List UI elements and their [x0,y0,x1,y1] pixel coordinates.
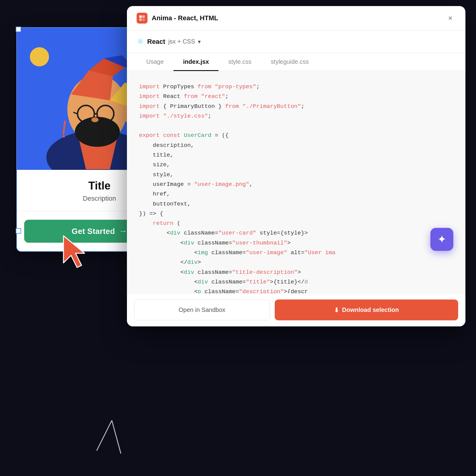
code-line-14: }) => { [139,209,453,219]
code-line-3: import { PrimaryButton } from "./Primary… [139,102,453,111]
download-selection-button[interactable]: ⬇ Download selection [275,300,458,320]
framework-name: React [147,38,165,46]
dropdown-arrow-icon[interactable]: ▾ [198,38,201,45]
cursor-arrow [60,233,91,273]
panel-title: Anima - React, HTML [152,14,218,22]
code-line-13: buttonText, [139,199,453,209]
anima-logo [137,13,147,24]
code-line-2: import React from "react"; [139,92,453,101]
svg-line-20 [112,420,121,454]
code-line-21: <div className="title">{title}</d [139,277,453,287]
code-line-8: title, [139,150,453,160]
selection-handle-top-left [16,27,21,32]
code-block: import PropTypes from "prop-types"; impo… [139,82,453,293]
code-line-1: import PropTypes from "prop-types"; [139,82,453,92]
panel-header: Anima - React, HTML × [127,6,465,31]
action-bar: Open in Sandbox ⬇ Download selection [127,293,465,326]
anima-panel: Anima - React, HTML × ⚛ React jsx + CSS … [127,6,465,326]
code-line-4: import "./style.css"; [139,111,453,121]
tab-usage[interactable]: Usage [137,53,173,71]
code-line-20: <div className="title-description"> [139,267,453,277]
code-line-17: <div className="user-thumbnail"> [139,238,453,248]
code-line-9: size, [139,160,453,170]
tab-style-css[interactable]: style.css [219,53,261,71]
code-line-5 [139,121,453,131]
panel-title-group: Anima - React, HTML [137,13,218,24]
sparkle-icon: ✦ [437,233,446,246]
tab-index-jsx[interactable]: index.jsx [173,53,219,71]
react-icon: ⚛ [137,37,144,47]
framework-bar: ⚛ React jsx + CSS ▾ [127,31,465,53]
download-icon: ⬇ [334,306,339,314]
svg-point-17 [63,135,65,138]
download-label: Download selection [342,306,399,313]
tab-styleguide-css[interactable]: styleguide.css [261,53,319,71]
code-line-12: href, [139,189,453,199]
svg-rect-21 [139,15,142,18]
code-line-22: <p className="description">{descr [139,287,453,293]
code-line-16: <div className="user-card" style={style}… [139,228,453,238]
close-button[interactable]: × [445,13,456,24]
code-line-18: <img className="user-image" alt="User im… [139,248,453,257]
open-sandbox-button[interactable]: Open in Sandbox [134,300,270,320]
svg-rect-24 [142,18,145,21]
code-line-15: return ( [139,219,453,228]
tabs-bar: Usage index.jsx style.css styleguide.css [127,53,465,71]
code-line-6: export const UserCard = ({ [139,131,453,140]
svg-line-19 [97,420,112,451]
code-line-19: </div> [139,257,453,267]
selection-handle-bottom-left [16,228,21,234]
code-line-10: style, [139,170,453,180]
code-area: import PropTypes from "prop-types"; impo… [127,71,465,293]
sparkle-button[interactable]: ✦ [430,228,453,251]
svg-point-14 [91,118,99,122]
arrow-icon: → [119,226,127,236]
code-line-11: userImage = "user-image.png", [139,180,453,189]
bottom-lines [66,420,157,458]
svg-point-1 [30,47,49,66]
svg-rect-23 [139,18,142,21]
svg-rect-22 [142,15,145,18]
framework-detail: jsx + CSS [168,38,195,45]
svg-marker-18 [63,236,85,267]
code-line-7: description, [139,141,453,150]
